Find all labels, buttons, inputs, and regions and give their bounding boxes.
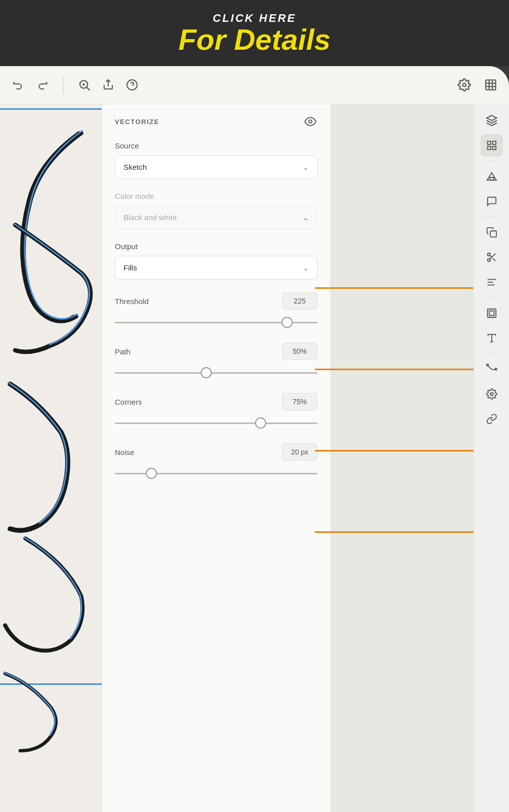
- path-value[interactable]: 50%: [282, 343, 317, 360]
- threshold-slider[interactable]: [115, 315, 317, 330]
- threshold-thumb[interactable]: [281, 317, 293, 328]
- app-card: VECTORIZE Source Sketch ⌄ Color mode: [0, 66, 509, 812]
- toolbar-divider: [63, 76, 63, 94]
- svg-rect-7: [486, 80, 496, 90]
- source-value: Sketch: [123, 163, 147, 171]
- path-label: Path: [115, 347, 131, 356]
- color-mode-chevron: ⌄: [303, 214, 309, 222]
- scissors-icon-button[interactable]: [481, 246, 503, 268]
- color-mode-select[interactable]: Black and white ⌄: [115, 205, 317, 229]
- drawing-svg: [0, 104, 102, 812]
- sidebar-divider-1: [483, 161, 500, 161]
- output-value: Fills: [123, 263, 137, 272]
- source-label: Source: [115, 141, 317, 150]
- noise-row: Noise 20 px: [115, 443, 317, 461]
- corners-value[interactable]: 75%: [282, 393, 317, 410]
- svg-marker-9: [487, 115, 497, 121]
- frame-icon-button[interactable]: [481, 302, 503, 324]
- noise-label: Noise: [115, 448, 134, 457]
- for-details-text: For Details: [178, 25, 331, 54]
- orange-line-3: [315, 450, 473, 452]
- orange-line-2: [315, 369, 473, 370]
- transform-button[interactable]: [483, 77, 499, 93]
- corners-track: [115, 423, 317, 424]
- search-button[interactable]: [76, 77, 92, 93]
- output-chevron: ⌄: [303, 264, 309, 272]
- svg-rect-15: [490, 231, 496, 237]
- noise-thumb[interactable]: [146, 468, 157, 479]
- svg-rect-12: [487, 146, 490, 149]
- drawing-area: [0, 104, 102, 812]
- corners-thumb[interactable]: [255, 417, 266, 429]
- panel-title: VECTORIZE: [115, 118, 160, 126]
- top-banner[interactable]: CLICK HERE For Details: [0, 0, 509, 66]
- svg-line-19: [493, 258, 495, 261]
- svg-point-8: [309, 120, 312, 123]
- svg-rect-10: [487, 141, 490, 144]
- app-area: VECTORIZE Source Sketch ⌄ Color mode: [0, 66, 509, 812]
- help-button[interactable]: [124, 77, 140, 93]
- align-icon-button[interactable]: [481, 271, 503, 293]
- svg-rect-14: [490, 177, 493, 181]
- noise-value[interactable]: 20 px: [282, 443, 317, 461]
- color-mode-label: Color mode: [115, 192, 317, 200]
- text-icon-button[interactable]: [481, 327, 503, 349]
- right-sidebar: [473, 104, 509, 812]
- comment-icon-button[interactable]: [481, 190, 503, 213]
- svg-point-30: [490, 393, 493, 396]
- layers-icon-button[interactable]: [481, 109, 503, 132]
- svg-rect-11: [492, 141, 495, 144]
- noise-track: [115, 473, 317, 474]
- source-select[interactable]: Sketch ⌄: [115, 155, 317, 179]
- toolbar-right: [456, 77, 499, 93]
- curve-icon-button[interactable]: [481, 358, 503, 380]
- svg-rect-13: [492, 146, 495, 149]
- sidebar-divider-4: [483, 353, 500, 354]
- svg-point-17: [487, 259, 490, 262]
- orange-line-4: [315, 531, 473, 533]
- svg-rect-25: [489, 311, 494, 315]
- vectorize-panel: VECTORIZE Source Sketch ⌄ Color mode: [102, 104, 330, 812]
- color-mode-value: Black and white: [123, 213, 177, 222]
- threshold-row: Threshold 225: [115, 292, 317, 310]
- share-button[interactable]: [100, 77, 116, 93]
- threshold-value[interactable]: 225: [282, 292, 317, 310]
- threshold-label: Threshold: [115, 297, 149, 306]
- svg-point-2: [83, 83, 85, 85]
- sidebar-divider-3: [483, 297, 500, 298]
- orange-line-1: [315, 287, 473, 289]
- noise-slider[interactable]: [115, 466, 317, 481]
- gear2-icon-button[interactable]: [481, 383, 503, 405]
- toolbar-left: [10, 76, 140, 94]
- copy-icon-button[interactable]: [481, 221, 503, 244]
- canvas-area: VECTORIZE Source Sketch ⌄ Color mode: [0, 104, 509, 812]
- eye-icon-button[interactable]: [303, 114, 317, 129]
- sidebar-divider-2: [483, 217, 500, 217]
- svg-line-1: [87, 87, 90, 91]
- grid-icon-button[interactable]: [481, 134, 503, 157]
- shape-icon-button[interactable]: [481, 165, 503, 188]
- svg-line-20: [490, 255, 492, 257]
- undo-button[interactable]: [10, 77, 26, 93]
- redo-button[interactable]: [34, 77, 50, 93]
- corners-row: Corners 75%: [115, 393, 317, 410]
- settings-button[interactable]: [456, 77, 472, 93]
- corners-slider[interactable]: [115, 415, 317, 431]
- output-label: Output: [115, 242, 317, 251]
- panel-header: VECTORIZE: [115, 114, 317, 129]
- output-select[interactable]: Fills ⌄: [115, 256, 317, 280]
- svg-point-6: [463, 83, 466, 87]
- corners-label: Corners: [115, 398, 142, 406]
- path-slider[interactable]: [115, 365, 317, 380]
- threshold-track: [115, 322, 317, 323]
- path-thumb[interactable]: [201, 367, 212, 378]
- svg-rect-24: [487, 309, 496, 318]
- link-icon-button[interactable]: [481, 408, 503, 430]
- path-row: Path 50%: [115, 343, 317, 360]
- path-track: [115, 372, 317, 374]
- toolbar: [0, 66, 509, 104]
- svg-point-16: [487, 253, 490, 256]
- source-chevron: ⌄: [303, 163, 309, 171]
